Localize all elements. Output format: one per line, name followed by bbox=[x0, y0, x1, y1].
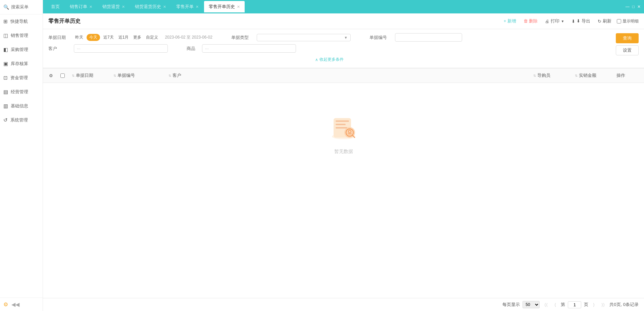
sidebar-item-ops[interactable]: ▤ 经营管理 bbox=[0, 85, 43, 99]
svg-rect-2 bbox=[336, 120, 349, 122]
tab-sales-return-close[interactable]: ✕ bbox=[122, 5, 125, 9]
tab-sales-order-close[interactable]: ✕ bbox=[89, 5, 92, 9]
tab-retail-open-history-label: 零售开单历史 bbox=[209, 4, 235, 10]
sidebar-item-finance[interactable]: ⊡ 资金管理 bbox=[0, 71, 43, 85]
print-icon: 🖨 bbox=[545, 19, 549, 24]
toolbar: 零售开单历史 + 新增 🗑 删除 🖨 打印 ▼ ⬇ ⬇ 导出 ↻ 刷新 显示明细 bbox=[43, 13, 644, 29]
filter-collapse-btn[interactable]: ∧ 收起更多条件 bbox=[48, 55, 610, 64]
pagination-bar: 每页显示 50 10 20 100 ⟨⟨ ⟨ 第 1 页 ⟩ ⟩⟩ 共0页, 0… bbox=[43, 298, 644, 311]
search-icon: 🔍 bbox=[3, 4, 9, 10]
tab-sales-return-history-close[interactable]: ✕ bbox=[163, 5, 166, 9]
date-shortcuts: 昨天 今天 近7天 近1月 更多 自定义 bbox=[74, 34, 159, 41]
refresh-icon: ↻ bbox=[598, 19, 601, 24]
sidebar-item-label: 系统管理 bbox=[10, 117, 28, 123]
th-number-label: 单据编号 bbox=[117, 72, 135, 79]
number-filter-label: 单据编号 bbox=[369, 35, 390, 41]
sort-icon: ⇅ bbox=[113, 74, 116, 77]
th-action: 操作 bbox=[614, 70, 641, 81]
delete-button[interactable]: 🗑 删除 bbox=[522, 17, 540, 25]
collapse-label: 收起更多条件 bbox=[319, 57, 344, 62]
th-guide-label: 导购员 bbox=[537, 72, 550, 79]
date-last7[interactable]: 近7天 bbox=[102, 34, 115, 41]
refresh-button[interactable]: ↻ 刷新 bbox=[596, 17, 613, 25]
sort-icon: ⇅ bbox=[533, 74, 536, 77]
page-input[interactable]: 1 bbox=[568, 301, 581, 308]
column-settings-icon: ⚙ bbox=[49, 73, 53, 78]
last-page-btn[interactable]: ⟩⟩ bbox=[599, 302, 607, 308]
goods-filter-dots: ··· bbox=[205, 46, 209, 51]
per-page-select[interactable]: 50 10 20 100 bbox=[523, 301, 540, 308]
setting-button[interactable]: 设置 bbox=[616, 45, 639, 55]
main-content: 首页 销售订单 ✕ 销货退货 ✕ 销货退货历史 ✕ 零售开单 ✕ 零售开单历史 … bbox=[43, 0, 644, 311]
tab-sales-return[interactable]: 销货退货 ✕ bbox=[98, 1, 130, 12]
goods-filter-select[interactable]: ··· bbox=[202, 44, 296, 53]
th-customer[interactable]: ⇅ 客户 bbox=[166, 70, 529, 81]
date-filter-label: 单据日期 bbox=[48, 35, 68, 41]
sidebar-item-sales-mgmt[interactable]: ◫ 销售管理 bbox=[0, 29, 43, 43]
tab-retail-open-history[interactable]: 零售开单历史 ✕ bbox=[204, 1, 245, 12]
sidebar-search[interactable]: 🔍 搜索采单 bbox=[0, 0, 43, 14]
query-button[interactable]: 查询 bbox=[616, 33, 639, 43]
top-nav-actions: — □ ✕ bbox=[626, 4, 641, 9]
date-more[interactable]: 更多 bbox=[132, 34, 143, 41]
export-label: ⬇ 导出 bbox=[577, 18, 590, 24]
select-all-checkbox[interactable] bbox=[60, 73, 65, 78]
filter-row-customer: 客户 ··· 商品 ··· bbox=[48, 44, 610, 53]
prev-page-btn[interactable]: ⟨ bbox=[552, 302, 558, 308]
tab-retail-open[interactable]: 零售开单 ✕ bbox=[171, 1, 203, 12]
th-date[interactable]: ⇅ 单据日期 bbox=[69, 70, 109, 81]
display-detail-checkbox[interactable]: 显示明细 bbox=[617, 18, 639, 24]
sort-icon: ⇅ bbox=[72, 74, 75, 77]
th-action-label: 操作 bbox=[616, 72, 625, 79]
next-page-btn[interactable]: ⟩ bbox=[591, 302, 597, 308]
customer-filter-select[interactable]: ··· bbox=[74, 44, 168, 53]
sidebar-item-inventory[interactable]: ▣ 库存核算 bbox=[0, 57, 43, 71]
sidebar-search-label: 搜索采单 bbox=[11, 4, 29, 10]
tab-home[interactable]: 首页 bbox=[46, 1, 64, 12]
sidebar-item-quick-nav[interactable]: ⊞ 快捷导航 bbox=[0, 14, 43, 29]
display-detail-input[interactable] bbox=[617, 19, 621, 23]
export-button[interactable]: ⬇ ⬇ 导出 bbox=[569, 17, 592, 25]
base-info-icon: ▥ bbox=[3, 103, 8, 109]
th-settings[interactable]: ⚙ bbox=[46, 71, 56, 80]
sort-icon: ⇅ bbox=[168, 74, 171, 77]
top-nav: 首页 销售订单 ✕ 销货退货 ✕ 销货退货历史 ✕ 零售开单 ✕ 零售开单历史 … bbox=[43, 0, 644, 13]
customer-filter-dots: ··· bbox=[77, 46, 81, 51]
footer-settings-icon[interactable]: ⚙ bbox=[3, 301, 8, 308]
tab-retail-open-label: 零售开单 bbox=[176, 4, 194, 10]
sidebar-menu: ⊞ 快捷导航 ◫ 销售管理 ◧ 采购管理 ▣ 库存核算 ⊡ 资金管理 ▤ 经营管… bbox=[0, 14, 43, 298]
th-customer-label: 客户 bbox=[172, 72, 181, 79]
th-checkbox[interactable] bbox=[58, 71, 68, 80]
new-button[interactable]: + 新增 bbox=[502, 17, 518, 25]
first-page-btn[interactable]: ⟨⟨ bbox=[542, 302, 550, 308]
tab-sales-return-history[interactable]: 销货退货历史 ✕ bbox=[130, 1, 171, 12]
th-guide[interactable]: ⇅ 导购员 bbox=[531, 70, 571, 81]
window-maximize[interactable]: □ bbox=[632, 4, 635, 9]
customer-filter-label: 客户 bbox=[48, 46, 68, 52]
tab-sales-order[interactable]: 销售订单 ✕ bbox=[65, 1, 97, 12]
sidebar-item-sys-mgmt[interactable]: ↺ 系统管理 bbox=[0, 113, 43, 127]
print-button[interactable]: 🖨 打印 ▼ bbox=[543, 17, 566, 25]
tab-retail-open-close[interactable]: ✕ bbox=[196, 5, 199, 9]
empty-text: 暂无数据 bbox=[334, 149, 353, 155]
finance-icon: ⊡ bbox=[3, 75, 8, 81]
footer-collapse-icon[interactable]: ◀◀ bbox=[11, 301, 19, 308]
date-custom[interactable]: 自定义 bbox=[145, 34, 159, 41]
sidebar-item-purchase-mgmt[interactable]: ◧ 采购管理 bbox=[0, 43, 43, 57]
quick-nav-icon: ⊞ bbox=[3, 18, 8, 24]
sidebar-item-label: 采购管理 bbox=[11, 47, 28, 53]
tab-retail-open-history-close[interactable]: ✕ bbox=[237, 5, 240, 9]
date-today[interactable]: 今天 bbox=[87, 34, 100, 41]
th-amount[interactable]: ⇅ 实销金额 bbox=[572, 70, 612, 81]
date-yesterday[interactable]: 昨天 bbox=[74, 34, 85, 41]
window-minimize[interactable]: — bbox=[626, 4, 630, 9]
number-filter-input[interactable] bbox=[395, 33, 462, 42]
tab-sales-return-history-label: 销货退货历史 bbox=[135, 4, 161, 10]
sidebar-item-base-info[interactable]: ▥ 基础信息 bbox=[0, 99, 43, 113]
th-number[interactable]: ⇅ 单据编号 bbox=[111, 70, 164, 81]
date-last1m[interactable]: 近1月 bbox=[117, 34, 130, 41]
window-close[interactable]: ✕ bbox=[637, 4, 641, 9]
sidebar-item-label: 库存核算 bbox=[11, 61, 28, 67]
page-end-label: 页 bbox=[584, 302, 588, 308]
type-filter-select[interactable]: ▼ bbox=[257, 34, 351, 41]
